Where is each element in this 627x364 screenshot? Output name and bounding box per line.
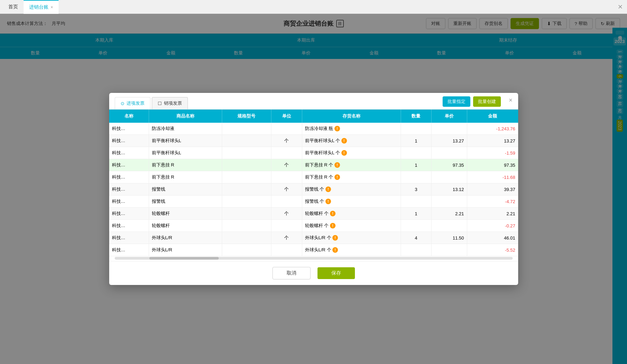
modal-close-button[interactable]: × — [509, 97, 513, 103]
stock-name-text: 外球头L/R 个 — [305, 247, 331, 252]
cell-amount: 13.27 — [467, 135, 518, 147]
table-row: 科技…外球头L/R个外球头L/R 个 !411.5046.01 — [109, 232, 518, 244]
table-row: 科技…轮毂螺杆个轮毂螺杆 个 !12.212.21 — [109, 208, 518, 220]
warn-icon[interactable]: ! — [341, 150, 347, 156]
cell-qty — [401, 196, 432, 208]
warn-icon[interactable]: ! — [325, 187, 331, 192]
cell-unitprice — [432, 147, 467, 159]
warn-icon[interactable]: ! — [330, 211, 336, 216]
invoice-modal: ⊙ 进项发票 ☐ 销项发票 批量指定 批量创建 × — [109, 93, 518, 285]
modal-header: ⊙ 进项发票 ☐ 销项发票 批量指定 批量创建 × — [109, 93, 518, 110]
warn-icon[interactable]: ! — [330, 223, 336, 228]
cell-amount: -4.72 — [467, 196, 518, 208]
cell-unitprice: 2.21 — [432, 208, 467, 220]
table-row: 科技…报警线个报警线 个 !313.1239.37 — [109, 183, 518, 196]
cell-amount: 2.21 — [467, 208, 518, 220]
cell-unit — [271, 244, 302, 256]
cell-name: 科技… — [109, 147, 149, 159]
tab-incoming-invoice[interactable]: ⊙ 进项发票 — [115, 97, 150, 109]
cell-unit: 个 — [271, 135, 302, 147]
cell-amount: -1.59 — [467, 147, 518, 159]
cell-unit: 个 — [271, 232, 302, 244]
modal-scrollbar-track[interactable] — [115, 257, 513, 260]
cell-unit — [271, 196, 302, 208]
main-area: 销售成本计算方法： 月平均 商贸企业进销台账 目 对账 重新开账 存货别名 生成… — [0, 14, 627, 364]
cell-name: 科技… — [109, 208, 149, 220]
cell-amount: 39.37 — [467, 183, 518, 196]
cell-spec — [222, 183, 271, 196]
col-header-unit: 单位 — [271, 110, 302, 123]
warn-icon[interactable]: ! — [332, 235, 338, 241]
cell-name: 科技… — [109, 244, 149, 256]
cell-product: 前下悬挂 R — [149, 159, 222, 171]
cell-unitprice — [432, 171, 467, 183]
cell-product: 外球头L/R — [149, 232, 222, 244]
cell-name: 科技… — [109, 220, 149, 232]
cell-unitprice: 11.50 — [432, 232, 467, 244]
col-header-amount: 金额 — [467, 110, 518, 123]
cell-qty: 3 — [401, 183, 432, 196]
invoice-table: 名称 商品名称 规格型号 单位 存货名称 数量 单价 金额 科技…防冻冷却液防冻… — [109, 110, 518, 256]
cell-product: 前平衡杆球头L — [149, 135, 222, 147]
table-row: 科技…前平衡杆球头L个前平衡杆球头L 个 !113.2713.27 — [109, 135, 518, 147]
cell-name: 科技… — [109, 196, 149, 208]
stock-name-text: 前平衡杆球头L 个 — [305, 138, 340, 143]
warn-icon[interactable]: ! — [332, 247, 338, 253]
incoming-tab-icon: ⊙ — [121, 101, 124, 106]
table-row: 科技…前平衡杆球头L前平衡杆球头L 个 !-1.59 — [109, 147, 518, 159]
cell-stock: 前下悬挂 R 个 ! — [302, 159, 401, 171]
cell-product: 前下悬挂 R — [149, 171, 222, 183]
cell-qty — [401, 123, 432, 135]
cell-unit — [271, 220, 302, 232]
save-button[interactable]: 保存 — [317, 267, 355, 279]
batch-create-button[interactable]: 批量创建 — [473, 96, 501, 107]
table-row: 科技…前下悬挂 R前下悬挂 R 个 !-11.68 — [109, 171, 518, 183]
modal-actions: 批量指定 批量创建 — [443, 96, 501, 107]
cell-stock: 前平衡杆球头L 个 ! — [302, 147, 401, 159]
cell-unitprice — [432, 123, 467, 135]
cell-spec — [222, 135, 271, 147]
cell-unitprice: 13.27 — [432, 135, 467, 147]
tab-active[interactable]: 进销台账 × — [24, 0, 59, 14]
cell-product: 前平衡杆球头L — [149, 147, 222, 159]
cell-spec — [222, 171, 271, 183]
cell-spec — [222, 196, 271, 208]
table-row: 科技…外球头L/R外球头L/R 个 !-5.52 — [109, 244, 518, 256]
col-header-qty: 数量 — [401, 110, 432, 123]
col-header-spec: 规格型号 — [222, 110, 271, 123]
cell-unitprice — [432, 220, 467, 232]
cell-name: 科技… — [109, 232, 149, 244]
stock-name-text: 轮毂螺杆 个 — [305, 223, 329, 228]
warn-icon[interactable]: ! — [334, 162, 340, 168]
cell-name: 科技… — [109, 171, 149, 183]
tab-close-icon[interactable]: × — [51, 5, 53, 10]
cell-stock: 前平衡杆球头L 个 ! — [302, 135, 401, 147]
col-header-product: 商品名称 — [149, 110, 222, 123]
warn-icon[interactable]: ! — [334, 126, 340, 131]
warn-icon[interactable]: ! — [334, 174, 340, 180]
cell-unitprice — [432, 196, 467, 208]
stock-name-text: 前平衡杆球头L 个 — [305, 150, 340, 155]
warn-icon[interactable]: ! — [341, 138, 347, 144]
modal-scrollbar-thumb[interactable] — [149, 257, 219, 260]
batch-specify-button[interactable]: 批量指定 — [443, 96, 470, 107]
cell-amount: -1,243.76 — [467, 123, 518, 135]
cell-name: 科技… — [109, 135, 149, 147]
cell-stock: 报警线 个 ! — [302, 183, 401, 196]
cancel-button[interactable]: 取消 — [272, 267, 311, 279]
warn-icon[interactable]: ! — [325, 199, 331, 204]
outgoing-tab-icon: ☐ — [158, 101, 162, 106]
cell-qty: 1 — [401, 208, 432, 220]
cell-amount: -11.68 — [467, 171, 518, 183]
tab-home[interactable]: 首页 — [3, 0, 24, 14]
tab-outgoing-invoice[interactable]: ☐ 销项发票 — [152, 97, 188, 109]
table-row: 科技…防冻冷却液防冻冷却液 瓶 !-1,243.76 — [109, 123, 518, 135]
stock-name-text: 前下悬挂 R 个 — [305, 174, 333, 180]
cell-amount: 46.01 — [467, 232, 518, 244]
cell-stock: 报警线 个 ! — [302, 196, 401, 208]
window-close-icon[interactable]: ✕ — [618, 3, 623, 11]
col-header-stock: 存货名称 — [302, 110, 401, 123]
cell-unitprice — [432, 244, 467, 256]
tab-bar: 首页 进销台账 × ✕ — [0, 0, 627, 14]
stock-name-text: 外球头L/R 个 — [305, 235, 331, 240]
